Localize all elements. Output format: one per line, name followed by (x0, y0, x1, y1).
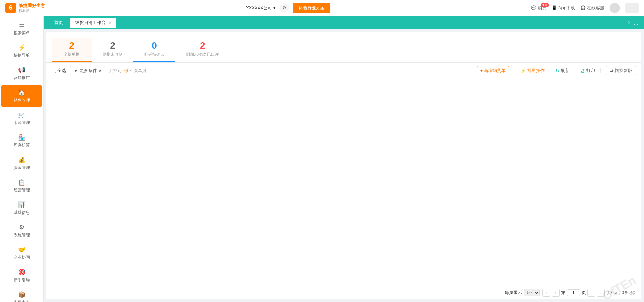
found-prefix: 共找到 (109, 68, 121, 73)
batch-icon: ⚡ (521, 68, 526, 73)
divider4 (600, 68, 601, 73)
inventory-icon: 🏪 (18, 134, 25, 141)
page-total: 共0页，0条记录 (607, 290, 636, 296)
quick-nav-icon: ⚡ (18, 44, 25, 51)
sidebar-label-guide: 新手引导 (14, 277, 30, 283)
sidebar-item-system[interactable]: ⚙ 系统管理 (1, 220, 42, 241)
chevron-down-icon: ▾ (273, 5, 276, 10)
batch-operation-btn[interactable]: ⚡ 批量操作 (521, 68, 545, 74)
service-icon: 🎧 (580, 5, 586, 10)
sidebar-label-sales: 销售管理 (14, 98, 30, 103)
page-suffix: 页 (582, 290, 586, 296)
settings-button[interactable]: ⚙ (280, 3, 289, 13)
sidebar-item-finance[interactable]: 💰 资金管理 (1, 153, 42, 174)
stat-tab-pending[interactable]: 0 旺铺待确认 (133, 38, 175, 62)
app-subtitle: 标准版 (19, 9, 45, 13)
sidebar-item-app-center[interactable]: 📦 应用中心 (1, 288, 42, 302)
sidebar-label-purchase: 采购管理 (14, 120, 30, 126)
tab-home[interactable]: 首页 (49, 18, 68, 28)
page-label: 第 (561, 290, 566, 296)
stat-label-shipped: 到期未收款 已出库 (186, 52, 219, 57)
avatar-2[interactable] (625, 3, 639, 13)
sidebar-item-inventory[interactable]: 🏪 库存核算 (1, 130, 42, 152)
app-download-label: App下载 (558, 5, 575, 11)
sidebar-label-app-center: 应用中心 (14, 300, 30, 302)
guide-icon: 🎯 (18, 268, 25, 276)
sidebar-item-basic-info[interactable]: 📊 基础信息 (1, 198, 42, 219)
select-all-checkbox[interactable] (52, 69, 56, 73)
stat-label-all: 全部单据 (64, 52, 80, 57)
tab-home-label: 首页 (54, 20, 63, 25)
page-size-select: 每页显示 50 (505, 289, 540, 296)
stat-num-pending: 0 (152, 40, 157, 51)
sidebar-label-search: 搜索菜单 (14, 30, 30, 36)
stat-num-all: 2 (69, 40, 74, 51)
last-page-btn[interactable]: » (597, 289, 605, 297)
avatar[interactable] (610, 3, 620, 13)
message-icon: 💬 (531, 5, 536, 10)
filter-label: 更多条件 (79, 68, 97, 74)
tab-close-icon[interactable]: × (109, 21, 111, 25)
prev-page-btn[interactable]: ‹ (552, 289, 560, 297)
system-icon: ⚙ (19, 224, 24, 231)
refresh-btn[interactable]: ↻ 刷新 (556, 68, 570, 74)
content-area: 首页 钱货日清工作台 × × ⛶ 2 全部单据 2 到期未收款 (44, 16, 644, 302)
print-btn[interactable]: 🖨 打印 (581, 68, 595, 74)
stat-tab-overdue[interactable]: 2 到期未收款 (92, 38, 133, 62)
main-layout: ☰ 搜索菜单 ⚡ 快捷导航 📢 营销推广 🏠 销售管理 🛒 采购管理 🏪 库存核… (0, 16, 644, 302)
switch-version-btn[interactable]: ⇄ 切换新版 (606, 66, 636, 75)
sidebar-item-operations[interactable]: 📋 经营管理 (1, 175, 42, 196)
app-download-action[interactable]: 📱 App下载 (552, 5, 575, 11)
switch-label: 切换新版 (615, 68, 632, 74)
stat-label-overdue: 到期未收款 (103, 52, 123, 57)
header-center: XXXXXX公司 ▾ ⚙ 体验行业方案 (246, 3, 330, 13)
industry-btn[interactable]: 体验行业方案 (293, 3, 330, 13)
finance-icon: 💰 (18, 156, 25, 164)
header-right: 💬 消息 99+ 📱 App下载 🎧 在线客服 (531, 3, 639, 13)
sidebar-item-search[interactable]: ☰ 搜索菜单 (1, 18, 42, 39)
sidebar-label-cooperation: 企业协同 (14, 255, 30, 260)
basic-info-icon: 📊 (18, 201, 25, 208)
operations-icon: 📋 (18, 179, 25, 186)
stat-tab-all[interactable]: 2 全部单据 (52, 38, 92, 62)
sidebar-label-finance: 资金管理 (14, 165, 30, 171)
new-sale-button[interactable]: + 新增销货单 (477, 66, 509, 75)
message-action[interactable]: 💬 消息 99+ (531, 5, 546, 11)
page-nav: « ‹ 第 页 › » (542, 289, 605, 297)
sidebar-label-quick-nav: 快捷导航 (14, 53, 30, 58)
sales-icon: 🏠 (18, 89, 25, 96)
next-page-btn[interactable]: › (587, 289, 595, 297)
filter-button[interactable]: ▼ 更多条件 ∨ (70, 66, 105, 75)
select-all-label: 全选 (57, 68, 66, 74)
maximize-icon[interactable]: ⛶ (633, 20, 639, 26)
sidebar-item-guide[interactable]: 🎯 新手引导 (1, 265, 42, 286)
sidebar-item-purchase[interactable]: 🛒 采购管理 (1, 108, 42, 129)
top-header: 6 畅捷通好生意 标准版 XXXXXX公司 ▾ ⚙ 体验行业方案 💬 消息 99… (0, 0, 644, 16)
sidebar-item-marketing[interactable]: 📢 营销推广 (1, 63, 42, 84)
print-icon: 🖨 (581, 68, 585, 73)
minimize-icon[interactable]: × (628, 20, 631, 26)
refresh-icon: ↻ (556, 68, 559, 73)
sidebar-item-sales[interactable]: 🏠 销售管理 (1, 85, 42, 107)
cooperation-icon: 🤝 (18, 246, 25, 253)
per-page-dropdown[interactable]: 50 (524, 289, 540, 296)
sidebar-label-operations: 经营管理 (14, 187, 30, 193)
sidebar-item-quick-nav[interactable]: ⚡ 快捷导航 (1, 41, 42, 62)
tab-bar-actions: × ⛶ (628, 20, 639, 26)
divider3 (575, 68, 575, 73)
stat-tab-shipped[interactable]: 2 到期未收款 已出库 (175, 38, 230, 62)
sidebar-item-cooperation[interactable]: 🤝 企业协同 (1, 243, 42, 264)
purchase-icon: 🛒 (18, 111, 25, 119)
first-page-btn[interactable]: « (542, 289, 550, 297)
company-selector[interactable]: XXXXXX公司 ▾ (246, 5, 276, 11)
page-number-input[interactable] (567, 289, 580, 296)
message-badge: 99+ (541, 3, 549, 7)
sidebar-label-basic-info: 基础信息 (14, 210, 30, 216)
per-page-label: 每页显示 (505, 290, 522, 296)
select-all-area[interactable]: 全选 (52, 68, 66, 74)
online-service-action[interactable]: 🎧 在线客服 (580, 5, 604, 11)
download-icon: 📱 (552, 5, 557, 10)
tab-active[interactable]: 钱货日清工作台 × (70, 18, 116, 28)
toolbar: 全选 ▼ 更多条件 ∨ 共找到 0条 相关单据 + 新增销货单 ⚡ (46, 63, 641, 79)
sidebar-label-marketing: 营销推广 (14, 75, 30, 81)
